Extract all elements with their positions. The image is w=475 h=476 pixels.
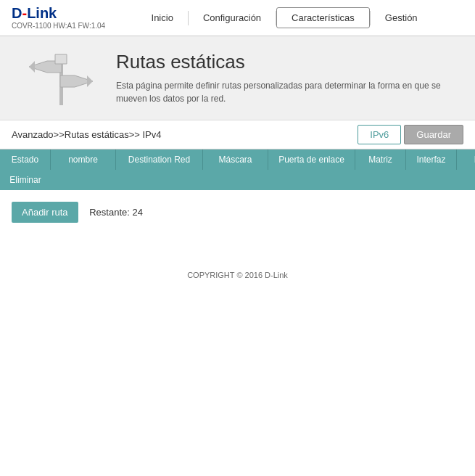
breadcrumb-row: Avanzado>>Rutas estáticas>> IPv4 IPv6 Gu… xyxy=(0,120,475,149)
logo-area: D-Link COVR-1100 HW:A1 FW:1.04 xyxy=(12,6,105,30)
svg-marker-2 xyxy=(29,61,35,73)
nav-caracteristicas[interactable]: Características xyxy=(276,7,370,28)
footer: COPYRIGHT © 2016 D-Link xyxy=(0,256,475,294)
main-nav: Inicio Configuración Características Ges… xyxy=(105,7,463,28)
page-description: Esta página permite definir rutas person… xyxy=(116,79,450,105)
logo: D-Link xyxy=(12,6,105,20)
col-editar: Editar xyxy=(457,149,475,170)
col-estado: Estado xyxy=(0,149,51,170)
nav-gestion[interactable]: Gestión xyxy=(371,8,432,28)
col-mascara: Máscara xyxy=(203,149,268,170)
content-area: Añadir ruta Restante: 24 xyxy=(0,190,475,234)
remaining-count: 24 xyxy=(133,207,143,218)
header: D-Link COVR-1100 HW:A1 FW:1.04 Inicio Co… xyxy=(0,0,475,36)
svg-marker-5 xyxy=(55,54,67,64)
page-title: Rutas estáticas xyxy=(116,51,460,73)
remaining-label: Restante: xyxy=(89,207,130,218)
svg-marker-4 xyxy=(87,75,93,87)
save-button[interactable]: Guardar xyxy=(404,125,463,144)
copyright-text: COPYRIGHT © 2016 D-Link xyxy=(187,271,288,279)
nav-configuracion[interactable]: Configuración xyxy=(189,8,276,28)
nav-inicio[interactable]: Inicio xyxy=(137,8,188,28)
model-text: COVR-1100 HW:A1 FW:1.04 xyxy=(12,22,105,30)
col-nombre: nombre xyxy=(51,149,116,170)
col-matriz: Matriz xyxy=(355,149,406,170)
hero-icon xyxy=(22,51,102,109)
add-route-button[interactable]: Añadir ruta xyxy=(12,202,78,223)
signpost-svg xyxy=(22,51,102,109)
table-header: Estado nombre Destination Red Máscara Pu… xyxy=(0,149,475,190)
remaining-text: Restante: 24 xyxy=(89,207,143,218)
col-puerta-enlace: Puerta de enlace xyxy=(268,149,355,170)
col-interfaz: Interfaz xyxy=(406,149,457,170)
col-destination-red: Destination Red xyxy=(116,149,203,170)
col-eliminar: Eliminar xyxy=(0,170,51,190)
hero-section: Rutas estáticas Esta página permite defi… xyxy=(0,36,475,120)
ipv6-button[interactable]: IPv6 xyxy=(358,125,401,144)
breadcrumb: Avanzado>>Rutas estáticas>> IPv4 xyxy=(12,129,358,140)
